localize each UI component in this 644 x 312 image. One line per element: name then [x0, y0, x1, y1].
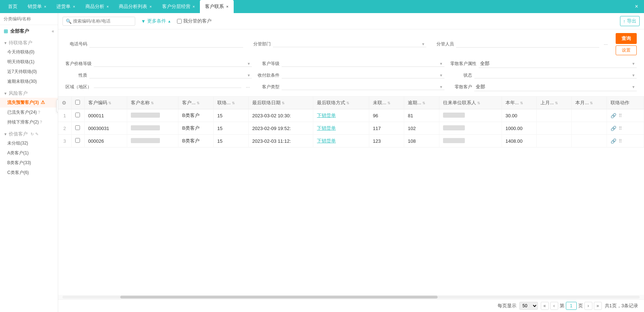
my-customers-checkbox[interactable] [177, 19, 182, 24]
th-last-method[interactable]: 最后联络方式⇅ [313, 97, 369, 109]
window-close-icon[interactable]: × [632, 3, 641, 10]
all-customers-item[interactable]: ⊞ 全部客户 « [0, 25, 58, 37]
filter-phone: 电话号码 [63, 39, 246, 49]
last-method-link[interactable]: 下销货单 [317, 138, 336, 143]
sidebar-search-input[interactable] [4, 16, 58, 21]
action-more-icon[interactable]: ⠿ [619, 138, 622, 144]
sidebar-item-b-class[interactable]: B类客户(33) [0, 158, 58, 168]
more-conditions-btn[interactable]: ▼ 更多条件 ▲ [138, 16, 174, 26]
query-btn[interactable]: 查询 [616, 33, 637, 44]
sidebar-item-c-class[interactable]: C类客户(6) [0, 168, 58, 178]
sidebar-item-tomorrow[interactable]: 明天待联络(1) [0, 57, 58, 67]
tab-analysis-close[interactable]: × [106, 4, 109, 9]
search-input[interactable] [73, 19, 132, 24]
sidebar-item-7days[interactable]: 近7天待联络(0) [0, 67, 58, 77]
zero-customer-select[interactable]: 全部 ▼ [474, 83, 637, 91]
action-link-icon[interactable]: 🔗 [611, 138, 616, 144]
last-method-link[interactable]: 下销货单 [317, 113, 336, 118]
sidebar-item-declining[interactable]: 持续下滑客户(2) ? [0, 117, 58, 127]
select-all-checkbox[interactable] [75, 100, 80, 105]
th-contact-person[interactable]: 往来单位联系人⇅ [439, 97, 502, 109]
cell-checkbox[interactable] [71, 109, 84, 122]
th-no-contact-label: 未联... [373, 100, 386, 106]
tab-sales[interactable]: 销货单 × [23, 0, 51, 13]
settings-btn[interactable]: 设置 [616, 45, 637, 55]
th-last-date[interactable]: 最后联络日期⇅ [249, 97, 313, 109]
action-more-icon[interactable]: ⠿ [619, 113, 622, 118]
my-customers-checkbox-label[interactable]: 我分管的客户 [177, 18, 212, 24]
tab-analysis[interactable]: 商品分析 × [80, 0, 114, 13]
tab-sales-close[interactable]: × [44, 4, 46, 9]
sidebar-item-today[interactable]: 今天待联络(0) [0, 47, 58, 57]
th-overdue[interactable]: 逾期...⇅ [404, 97, 439, 109]
tab-sales-label: 销货单 [28, 3, 42, 10]
th-contacts[interactable]: 联络...⇅ [213, 97, 248, 109]
region-dots[interactable]: ··· [243, 84, 252, 90]
action-link-icon[interactable]: 🔗 [611, 113, 616, 118]
row-checkbox-2[interactable] [75, 138, 80, 143]
manager-input[interactable] [456, 41, 599, 48]
action-link-icon[interactable]: 🔗 [611, 126, 616, 131]
cell-checkbox[interactable] [71, 122, 84, 135]
cell-last-method[interactable]: 下销货单 [313, 135, 369, 147]
tab-purchase[interactable]: 进货单 × [51, 0, 80, 13]
tab-customer-layer[interactable]: 客户分层经营 × [157, 0, 200, 13]
th-code[interactable]: 客户编码⇅ [84, 97, 127, 109]
gender-select[interactable]: ▼ [89, 73, 252, 78]
page-input[interactable] [566, 302, 577, 310]
cell-type: B类客户 [178, 109, 213, 122]
section-pending-title[interactable]: ▼ 待联络客户 [0, 37, 58, 47]
customer-type-select[interactable]: ▼ [282, 84, 444, 90]
page-prev-btn[interactable]: ‹ [550, 302, 558, 310]
th-no-contact[interactable]: 未联...⇅ [369, 97, 404, 109]
page-nav: « ‹ 第 页 › » [541, 302, 602, 310]
tab-purchase-close[interactable]: × [73, 4, 75, 9]
sidebar-item-a-class[interactable]: A类客户(1) [0, 148, 58, 158]
sidebar-item-churn-warning[interactable]: 流失预警客户(3) ⚠ [0, 98, 58, 108]
horizontal-scrollbar[interactable] [63, 296, 640, 299]
dept-select[interactable]: ▼ [273, 41, 427, 47]
per-page-select[interactable]: 50 100 [519, 302, 538, 310]
th-last-month[interactable]: 上月...⇅ [537, 97, 572, 109]
page-last-btn[interactable]: » [594, 302, 602, 310]
th-type[interactable]: 客户...⇅ [178, 97, 213, 109]
refresh-icon[interactable]: ↻ [31, 132, 34, 137]
payment-select[interactable]: ▼ [282, 73, 444, 78]
last-method-link[interactable]: 下销货单 [317, 125, 336, 131]
row-checkbox-0[interactable] [75, 113, 80, 117]
sidebar-item-churned[interactable]: 已流失客户(24) ? [0, 108, 58, 117]
page-next-btn[interactable]: › [584, 302, 592, 310]
th-this-month[interactable]: 本月...⇅ [572, 97, 607, 109]
phone-input[interactable] [89, 41, 243, 48]
sidebar-collapse-icon[interactable]: « [52, 29, 54, 34]
zero-attr-select[interactable]: 全部 ▼ [479, 60, 637, 68]
cell-last-method[interactable]: 下销货单 [313, 109, 369, 122]
price-grade-select[interactable]: ▼ [94, 61, 252, 67]
th-name[interactable]: 客户名称⇅ [127, 97, 178, 109]
action-more-icon[interactable]: ⠿ [619, 126, 622, 131]
row-checkbox-1[interactable] [75, 125, 80, 130]
page-first-btn[interactable]: « [541, 302, 549, 310]
customer-grade-select[interactable]: ▼ [282, 61, 444, 67]
export-btn[interactable]: ↑ 导出 [620, 16, 640, 26]
filter-zero-customer: 零散客户 全部 ▼ [447, 81, 640, 93]
tab-analysis-list-close[interactable]: × [149, 4, 152, 9]
th-this-year[interactable]: 本年...⇅ [502, 97, 536, 109]
tab-customer-contact-close[interactable]: × [226, 4, 228, 9]
tab-analysis-list[interactable]: 商品分析列表 × [114, 0, 157, 13]
sidebar-item-ungroup[interactable]: 未分组(32) [0, 138, 58, 148]
cell-last-method[interactable]: 下销货单 [313, 122, 369, 135]
section-risk-title[interactable]: ▼ 风险客户 [0, 88, 58, 98]
section-value-title[interactable]: ▼ 价值客户 ↻ ✎ [0, 129, 58, 138]
toolbar: 🔍 ▼ 更多条件 ▲ 我分管的客户 ↑ 导出 [58, 13, 644, 29]
edit-icon[interactable]: ✎ [35, 132, 39, 137]
gear-icon[interactable]: ⚙ [62, 100, 67, 106]
manager-dots[interactable]: ··· [601, 41, 610, 47]
tab-home[interactable]: 首页 [3, 0, 23, 13]
status-select[interactable]: ▼ [474, 73, 637, 78]
region-select[interactable] [94, 86, 241, 88]
sidebar-item-overdue[interactable]: 逾期未联络(30) [0, 77, 58, 86]
tab-customer-contact[interactable]: 客户联系 × [200, 0, 233, 13]
tab-customer-layer-close[interactable]: × [193, 4, 195, 9]
cell-checkbox[interactable] [71, 135, 84, 147]
